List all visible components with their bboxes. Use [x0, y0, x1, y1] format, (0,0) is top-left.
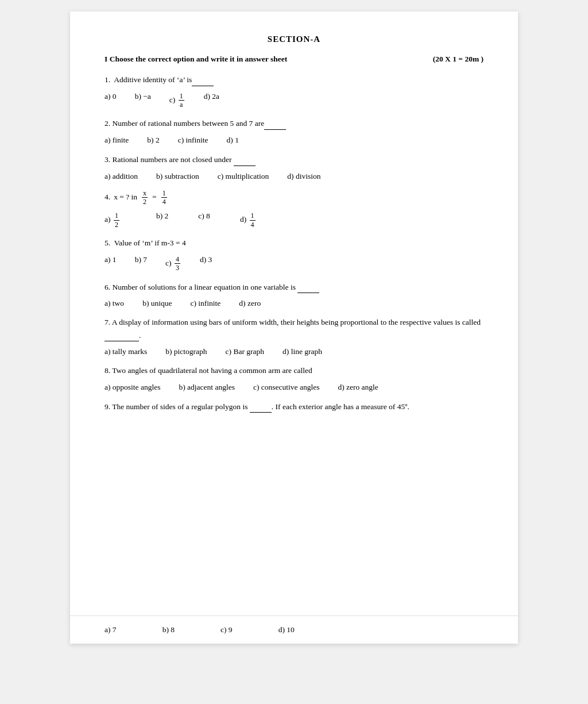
q1-text: 1. Additive identity of ‘a’ is: [105, 75, 214, 84]
q7-option-b: b) pictograph: [165, 347, 207, 356]
q2-text: 2. Number of rational numbers between 5 …: [105, 119, 286, 128]
q6-blank: [297, 280, 319, 294]
q3-option-c: c) multiplication: [218, 172, 269, 181]
exam-page: SECTION-A I Choose the correct option an…: [70, 11, 518, 644]
q7-option-d: d) line graph: [283, 347, 322, 356]
q7-text: 7. A display of information using bars o…: [105, 318, 481, 340]
q3-text: 3. Rational numbers are not closed under: [105, 155, 256, 164]
q7-option-a: a) tally marks: [105, 347, 147, 356]
question-7: 7. A display of information using bars o…: [105, 316, 483, 341]
q5-option-c: c) 43: [165, 255, 181, 272]
q8-options: a) opposite angles b) adjacent angles c)…: [105, 383, 483, 392]
q1-options: a) 0 b) −a c) 1a d) 2a: [105, 92, 483, 109]
bottom-option-c: c) 9: [220, 625, 233, 634]
q8-option-b: b) adjacent angles: [179, 383, 234, 392]
bottom-option-a: a) 7: [105, 625, 117, 634]
q4-fraction-14: 14: [161, 189, 167, 206]
q8-option-c: c) consecutive angles: [253, 383, 319, 392]
q9-text: 9. The number of sides of a regular poly…: [105, 402, 409, 411]
q1-option-d: d) 2a: [204, 92, 219, 109]
q3-option-a: a) addition: [105, 172, 138, 181]
q3-option-d: d) division: [287, 172, 320, 181]
q4-options: a) 12 b) 2 c) 8 d) 14: [105, 211, 483, 229]
marks-text: (20 X 1 = 20m ): [433, 55, 483, 64]
question-1: 1. Additive identity of ‘a’ is: [105, 73, 483, 86]
q5-options: a) 1 b) 7 c) 43 d) 3: [105, 255, 483, 272]
q4-number: 4.: [105, 193, 110, 202]
q1-blank: [192, 73, 214, 86]
q7-option-c: c) Bar graph: [226, 347, 264, 356]
q8-option-a: a) opposite angles: [105, 383, 160, 392]
bottom-option-b: b) 8: [163, 625, 175, 634]
q4-option-d: d) 14: [240, 211, 257, 229]
bottom-option-d: d) 10: [278, 625, 295, 634]
q2-options: a) finite b) 2 c) infinite d) 1: [105, 136, 483, 145]
q6-option-b: b) unique: [142, 299, 172, 308]
q6-option-a: a) two: [105, 299, 124, 308]
q5-text: 5. Value of ‘m’ if m-3 = 4: [105, 238, 186, 247]
q1-option-a: a) 0: [105, 92, 117, 109]
q3-option-b: b) subtraction: [156, 172, 199, 181]
q2-option-b: b) 2: [147, 136, 159, 145]
q6-text: 6. Number of solutions for a linear equa…: [105, 283, 319, 291]
question-6: 6. Number of solutions for a linear equa…: [105, 280, 483, 294]
q6-option-c: c) infinite: [191, 299, 221, 308]
q6-options: a) two b) unique c) infinite d) zero: [105, 299, 483, 308]
q5-option-a: a) 1: [105, 255, 117, 272]
section-title: SECTION-A: [105, 34, 483, 44]
q4-text: x = ? in: [114, 193, 137, 202]
q5-option-d: d) 3: [200, 255, 212, 272]
bottom-options-strip: a) 7 b) 8 c) 9 d) 10: [70, 615, 518, 644]
q4-equals: =: [152, 193, 157, 202]
q7-blank: [105, 329, 139, 342]
q4-option-c: c) 8: [198, 211, 210, 229]
q4-option-b: b) 2: [156, 211, 168, 229]
q7-options: a) tally marks b) pictograph c) Bar grap…: [105, 347, 483, 356]
instruction-row: I Choose the correct option and write it…: [105, 55, 483, 64]
instruction-text: I Choose the correct option and write it…: [105, 55, 287, 64]
question-9: 9. The number of sides of a regular poly…: [105, 400, 483, 413]
q9-blank: [250, 400, 272, 413]
q1-option-b: b) −a: [135, 92, 151, 109]
question-4: 4. x = ? in x2 = 14: [105, 189, 483, 206]
q1-option-c: c) 1a: [169, 92, 185, 109]
q2-option-a: a) finite: [105, 136, 129, 145]
q3-blank: [234, 153, 256, 166]
question-5: 5. Value of ‘m’ if m-3 = 4: [105, 237, 483, 249]
q4-option-a: a) 12: [105, 211, 121, 229]
question-8: 8. Two angles of quadrilateral not havin…: [105, 364, 483, 377]
q5-option-b: b) 7: [135, 255, 147, 272]
q4-fraction-x2: x2: [142, 189, 148, 206]
q3-options: a) addition b) subtraction c) multiplica…: [105, 172, 483, 181]
q2-option-d: d) 1: [227, 136, 239, 145]
q2-option-c: c) infinite: [178, 136, 208, 145]
q6-option-d: d) zero: [239, 299, 261, 308]
question-2: 2. Number of rational numbers between 5 …: [105, 117, 483, 130]
q2-blank: [264, 117, 286, 130]
q8-text: 8. Two angles of quadrilateral not havin…: [105, 366, 312, 375]
q8-option-d: d) zero angle: [338, 383, 378, 392]
question-3: 3. Rational numbers are not closed under: [105, 153, 483, 166]
